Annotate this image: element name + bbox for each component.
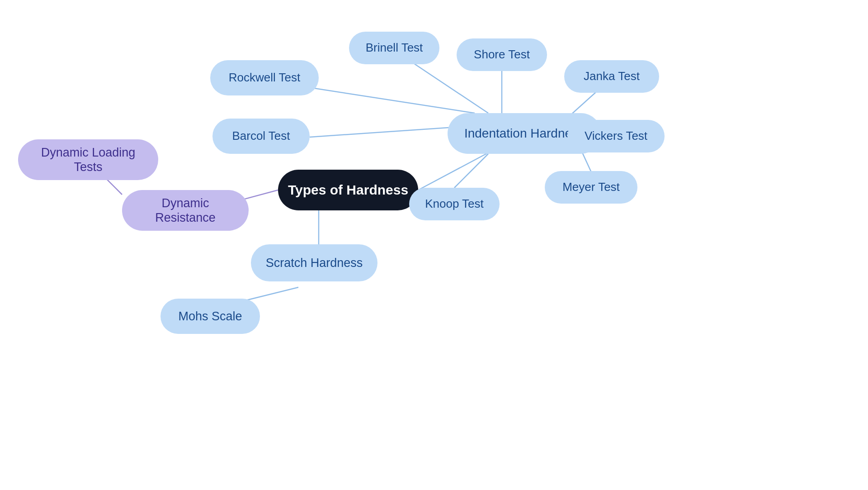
svg-line-5	[310, 127, 461, 137]
knoop-label: Knoop Test	[416, 197, 493, 211]
shore-label: Shore Test	[465, 48, 539, 62]
scratch-label: Scratch Hardness	[257, 256, 372, 270]
dynamic-loading-node[interactable]: Dynamic Loading Tests	[18, 139, 158, 180]
vickers-node[interactable]: Vickers Test	[567, 120, 665, 152]
mohs-node[interactable]: Mohs Scale	[160, 299, 260, 334]
dynamic-loading-label: Dynamic Loading Tests	[18, 145, 158, 175]
meyer-node[interactable]: Meyer Test	[545, 171, 637, 204]
shore-node[interactable]: Shore Test	[457, 38, 547, 71]
knoop-node[interactable]: Knoop Test	[409, 188, 500, 220]
rockwell-label: Rockwell Test	[220, 71, 309, 85]
mohs-label: Mohs Scale	[169, 309, 251, 323]
janka-label: Janka Test	[575, 69, 649, 83]
vickers-label: Vickers Test	[576, 129, 656, 143]
scratch-hardness-node[interactable]: Scratch Hardness	[251, 244, 377, 281]
svg-line-11	[454, 154, 488, 188]
janka-node[interactable]: Janka Test	[564, 60, 659, 93]
rockwell-node[interactable]: Rockwell Test	[210, 60, 319, 95]
dynamic-resistance-label: Dynamic Resistance	[122, 196, 249, 225]
brinell-label: Brinell Test	[357, 41, 432, 55]
barcol-label: Barcol Test	[223, 129, 299, 143]
brinell-node[interactable]: Brinell Test	[349, 32, 439, 64]
center-node[interactable]: Types of Hardness	[278, 170, 418, 210]
barcol-node[interactable]: Barcol Test	[212, 119, 310, 154]
meyer-label: Meyer Test	[553, 180, 629, 194]
center-label: Types of Hardness	[279, 182, 417, 198]
dynamic-resistance-node[interactable]: Dynamic Resistance	[122, 190, 249, 231]
